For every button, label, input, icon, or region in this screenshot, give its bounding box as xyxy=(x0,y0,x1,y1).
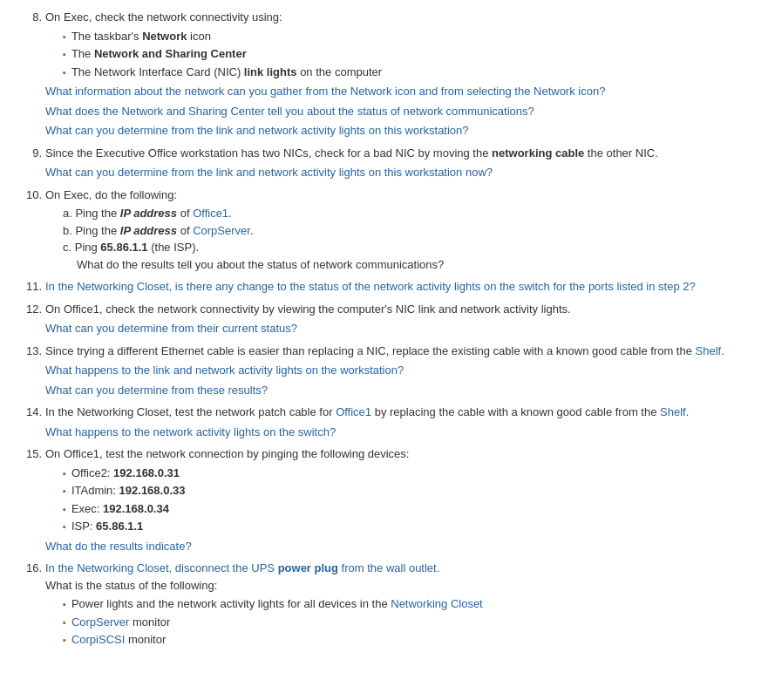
question-text: What information about the network can y… xyxy=(45,83,758,100)
alpha-list: a. Ping the IP address of Office1. b. Pi… xyxy=(63,205,758,273)
sub-item-text: Office2: 192.168.0.31 xyxy=(71,465,180,482)
item-text: On Exec, check the network connectivity … xyxy=(45,10,282,24)
item-text: On Exec, do the following: xyxy=(45,188,177,201)
list-item: 16. In the Networking Closet, disconnect… xyxy=(17,560,758,650)
list-item: ▪ CorpServer monitor xyxy=(63,614,758,631)
list-item: 14. In the Networking Closet, test the n… xyxy=(17,404,758,440)
alpha-item: a. Ping the IP address of Office1. xyxy=(63,205,758,222)
question-text: What can you determine from their curren… xyxy=(45,320,758,337)
bullet-icon: ▪ xyxy=(63,615,66,630)
item-text: Since trying a different Ethernet cable … xyxy=(45,344,724,357)
bullet-icon: ▪ xyxy=(63,484,66,499)
main-content: 8. On Exec, check the network connectivi… xyxy=(17,9,758,650)
alpha-question: What do the results tell you about the s… xyxy=(77,256,758,274)
question-text: What happens to the link and network act… xyxy=(45,362,758,379)
list-item: 10. On Exec, do the following: a. Ping t… xyxy=(17,187,758,274)
sub-list: ▪ Office2: 192.168.0.31 ▪ ITAdmin: 192.1… xyxy=(63,465,758,535)
item-text: On Office1, test the network connection … xyxy=(45,447,409,460)
bullet-icon: ▪ xyxy=(63,30,66,44)
bullet-icon: ▪ xyxy=(63,47,66,62)
item-number: 8. xyxy=(17,9,42,139)
sub-item-text: Power lights and the network activity li… xyxy=(71,595,483,613)
list-item: 8. On Exec, check the network connectivi… xyxy=(17,9,758,139)
question-text: What can you determine from the link and… xyxy=(45,122,758,139)
item-body: In the Networking Closet, disconnect the… xyxy=(45,560,758,650)
list-item: ▪ Power lights and the network activity … xyxy=(63,595,758,613)
question-text: What does the Network and Sharing Center… xyxy=(45,103,758,120)
list-item: 11. In the Networking Closet, is there a… xyxy=(17,278,758,296)
sub-item-text: ISP: 65.86.1.1 xyxy=(71,518,143,535)
item-number: 11. xyxy=(17,278,42,296)
question-text: What do the results indicate? xyxy=(45,538,758,555)
question-text: What can you determine from the link and… xyxy=(45,164,758,181)
list-item: ▪ The taskbar's Network icon xyxy=(63,28,758,45)
question-text: What happens to the network activity lig… xyxy=(45,424,758,441)
sub-item-text: The taskbar's Network icon xyxy=(71,28,211,45)
bullet-icon: ▪ xyxy=(63,633,66,648)
item-body: On Office1, check the network connectivi… xyxy=(45,301,758,337)
list-item: 9. Since the Executive Office workstatio… xyxy=(17,145,758,181)
list-item: ▪ The Network Interface Card (NIC) link … xyxy=(63,64,758,81)
item-text: In the Networking Closet, disconnect the… xyxy=(45,561,439,574)
bullet-icon: ▪ xyxy=(63,520,66,534)
list-item: ▪ ISP: 65.86.1.1 xyxy=(63,518,758,535)
sub-list: ▪ The taskbar's Network icon ▪ The Netwo… xyxy=(63,28,758,81)
item-text: Since the Executive Office workstation h… xyxy=(45,146,658,160)
bullet-icon: ▪ xyxy=(63,597,66,612)
sub-item-text: The Network and Sharing Center xyxy=(71,45,247,63)
list-item: ▪ Office2: 192.168.0.31 xyxy=(63,465,758,482)
bullet-icon: ▪ xyxy=(63,502,66,517)
sub-list: ▪ Power lights and the network activity … xyxy=(63,595,758,649)
item-body: On Exec, check the network connectivity … xyxy=(45,9,758,139)
item-number: 14. xyxy=(17,404,42,440)
alpha-item: c. Ping 65.86.1.1 (the ISP). xyxy=(63,239,758,256)
item-body: On Office1, test the network connection … xyxy=(45,445,758,554)
list-item: 12. On Office1, check the network connec… xyxy=(17,301,758,337)
sub-item-text: The Network Interface Card (NIC) link li… xyxy=(71,64,382,81)
list-item: ▪ ITAdmin: 192.168.0.33 xyxy=(63,482,758,500)
sub-item-text: ITAdmin: 192.168.0.33 xyxy=(71,482,186,500)
alpha-item: b. Ping the IP address of CorpServer. xyxy=(63,222,758,240)
item-number: 12. xyxy=(17,301,42,337)
item-body: On Exec, do the following: a. Ping the I… xyxy=(45,187,758,274)
item-body: Since trying a different Ethernet cable … xyxy=(45,343,758,399)
item-number: 10. xyxy=(17,187,42,274)
sub-item-text: Exec: 192.168.0.34 xyxy=(71,500,169,518)
list-item: ▪ CorpiSCSI monitor xyxy=(63,631,758,649)
list-item: 13. Since trying a different Ethernet ca… xyxy=(17,343,758,399)
list-item: ▪ The Network and Sharing Center xyxy=(63,45,758,63)
item-body: In the Networking Closet, test the netwo… xyxy=(45,404,758,440)
item-text: In the Networking Closet, is there any c… xyxy=(45,280,696,293)
sub-item-text: CorpServer monitor xyxy=(71,614,170,631)
item-body: Since the Executive Office workstation h… xyxy=(45,145,758,181)
list-item: 15. On Office1, test the network connect… xyxy=(17,445,758,554)
list-item: ▪ Exec: 192.168.0.34 xyxy=(63,500,758,518)
item-number: 13. xyxy=(17,343,42,399)
question-text: What can you determine from these result… xyxy=(45,382,758,399)
bullet-icon: ▪ xyxy=(63,65,66,80)
item-number: 16. xyxy=(17,560,42,650)
item-text: In the Networking Closet, test the netwo… xyxy=(45,405,689,418)
item-body: In the Networking Closet, is there any c… xyxy=(45,278,758,296)
item-number: 9. xyxy=(17,145,42,181)
sub-item-text: CorpiSCSI monitor xyxy=(71,631,166,649)
item-text: On Office1, check the network connectivi… xyxy=(45,302,571,316)
what-status-label: What is the status of the following: xyxy=(45,579,217,592)
bullet-icon: ▪ xyxy=(63,466,66,481)
item-number: 15. xyxy=(17,445,42,554)
